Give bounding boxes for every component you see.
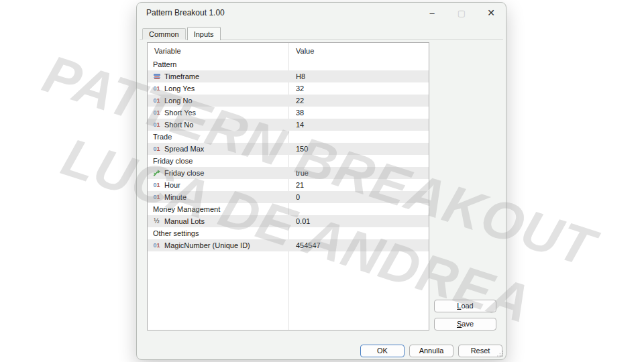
variable-cell[interactable]: 01Long No (148, 97, 288, 105)
resize-grip-icon[interactable] (496, 350, 504, 357)
param-row[interactable]: ½Manual Lots0.01 (148, 215, 429, 227)
value-cell[interactable]: 32 (288, 84, 304, 93)
integer-type-icon: 01 (152, 243, 162, 249)
variable-cell[interactable]: 01Short Yes (148, 109, 288, 117)
param-label: Manual Lots (164, 217, 205, 225)
value-cell[interactable]: 0.01 (288, 217, 310, 225)
param-label: Hour (164, 181, 180, 189)
param-row[interactable]: 01Long Yes32 (148, 82, 429, 95)
titlebar[interactable]: Pattern Breakout 1.00 – ▢ ✕ (137, 3, 506, 23)
table-header: Variable Value (148, 43, 429, 58)
inputs-table: Variable Value PatternTimeframeH801Long … (147, 42, 429, 330)
integer-type-icon: 01 (152, 146, 162, 152)
params-rows: PatternTimeframeH801Long Yes3201Long No2… (148, 58, 429, 251)
variable-cell[interactable]: 01Long Yes (148, 84, 288, 93)
param-label: Short Yes (164, 109, 196, 117)
tabstrip: Common Inputs (142, 26, 222, 40)
pattern-breakout-dialog: Pattern Breakout 1.00 – ▢ ✕ Common Input… (136, 2, 506, 360)
cancel-button[interactable]: Annulla (409, 345, 453, 357)
section-label: Money Management (153, 205, 220, 213)
tab-common[interactable]: Common (142, 28, 186, 40)
section-row: Other settings (148, 227, 429, 239)
param-row[interactable]: 01Short Yes38 (148, 107, 429, 119)
integer-type-icon: 01 (152, 194, 162, 200)
param-label: Spread Max (164, 145, 204, 153)
param-row[interactable]: 01Minute0 (148, 191, 429, 203)
param-label: Friday close (164, 169, 204, 177)
variable-cell: Friday close (148, 157, 288, 165)
variable-cell: Money Management (148, 205, 288, 213)
param-row[interactable]: Friday closetrue (148, 167, 429, 179)
section-label: Other settings (153, 229, 199, 237)
section-label: Pattern (153, 60, 176, 68)
column-header-variable: Variable (154, 47, 181, 55)
integer-type-icon: 01 (152, 182, 162, 188)
param-row[interactable]: 01Long No22 (148, 95, 429, 107)
param-label: Long Yes (164, 84, 195, 93)
variable-cell[interactable]: 01Hour (148, 181, 288, 189)
section-label: Trade (153, 133, 172, 141)
param-row[interactable]: 01Hour21 (148, 179, 429, 191)
variable-cell: Trade (148, 133, 288, 141)
section-row: Trade (148, 131, 429, 143)
maximize-icon: ▢ (447, 3, 476, 23)
param-label: Timeframe (164, 72, 199, 80)
param-label: MagicNumber (Unique ID) (164, 241, 250, 249)
section-label: Friday close (153, 157, 193, 165)
timeframe-type-icon (152, 72, 162, 80)
integer-type-icon: 01 (152, 122, 162, 128)
value-cell[interactable]: 454547 (288, 241, 321, 249)
variable-cell[interactable]: Timeframe (148, 72, 288, 80)
save-button[interactable]: Save (434, 318, 496, 330)
value-cell[interactable]: 0 (288, 193, 300, 201)
close-icon[interactable]: ✕ (476, 3, 506, 23)
value-cell[interactable]: 150 (288, 145, 308, 153)
column-header-value: Value (296, 47, 314, 55)
section-row: Money Management (148, 203, 429, 215)
variable-cell: Other settings (148, 229, 288, 237)
variable-cell[interactable]: 01MagicNumber (Unique ID) (148, 241, 288, 249)
double-type-icon: ½ (152, 218, 162, 225)
load-button[interactable]: Load (434, 300, 496, 312)
integer-type-icon: 01 (152, 110, 162, 116)
integer-type-icon: 01 (152, 98, 162, 104)
param-row[interactable]: 01Short No14 (148, 119, 429, 131)
variable-cell[interactable]: 01Short No (148, 121, 288, 129)
variable-cell[interactable]: 01Spread Max (148, 145, 288, 153)
param-label: Short No (164, 121, 193, 129)
window-title: Pattern Breakout 1.00 (146, 8, 417, 17)
tab-inputs[interactable]: Inputs (187, 27, 221, 40)
boolean-type-icon (152, 169, 162, 177)
variable-cell[interactable]: 01Minute (148, 193, 288, 201)
minimize-icon[interactable]: – (417, 3, 447, 23)
ok-button[interactable]: OK (360, 345, 405, 357)
value-cell[interactable]: 38 (288, 109, 304, 117)
value-cell[interactable]: 22 (288, 97, 304, 105)
param-row[interactable]: 01MagicNumber (Unique ID)454547 (148, 239, 429, 251)
param-label: Minute (164, 193, 186, 201)
value-cell[interactable]: 21 (288, 181, 304, 189)
value-cell[interactable]: H8 (288, 72, 305, 80)
param-row[interactable]: 01Spread Max150 (148, 143, 429, 155)
variable-cell: Pattern (148, 60, 288, 68)
section-row: Friday close (148, 155, 429, 167)
section-row: Pattern (148, 58, 429, 70)
param-row[interactable]: TimeframeH8 (148, 70, 429, 82)
variable-cell[interactable]: ½Manual Lots (148, 217, 288, 225)
integer-type-icon: 01 (152, 86, 162, 92)
value-cell[interactable]: true (288, 169, 309, 177)
variable-cell[interactable]: Friday close (148, 169, 288, 177)
param-label: Long No (164, 97, 193, 105)
value-cell[interactable]: 14 (288, 121, 304, 129)
